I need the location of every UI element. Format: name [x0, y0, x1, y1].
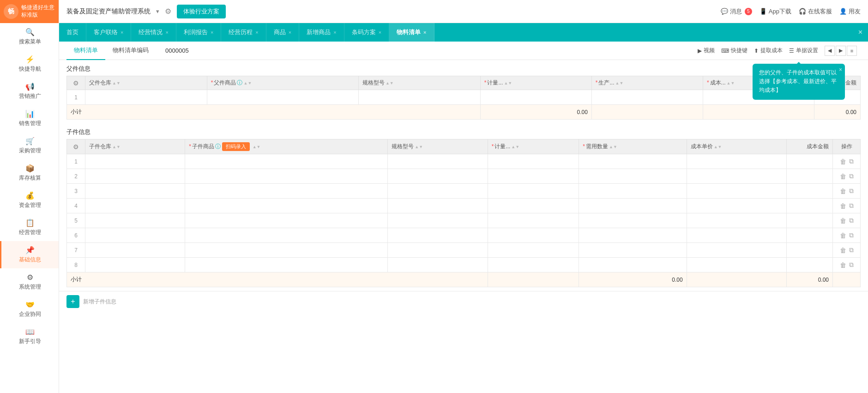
copy-icon-1[interactable]: ⧉	[849, 157, 854, 165]
copy-icon-7[interactable]: ⧉	[849, 246, 854, 254]
delete-icon-1[interactable]: 🗑	[840, 158, 846, 165]
tab-new-product[interactable]: 新增商品×	[299, 23, 344, 42]
child-cell-uprice-1[interactable]	[687, 154, 786, 169]
tab-product[interactable]: 商品×	[266, 23, 299, 42]
tooltip-close-button[interactable]: ×	[839, 66, 842, 74]
copy-icon-5[interactable]: ⧉	[849, 217, 854, 224]
delete-icon-6[interactable]: 🗑	[840, 232, 846, 239]
child-cell-spec-2[interactable]	[388, 169, 488, 184]
scan-input-button[interactable]: 扫码录入	[222, 142, 250, 151]
child-subtotal-qty: 0.00	[579, 272, 687, 287]
delete-icon-8[interactable]: 🗑	[840, 261, 846, 269]
delete-icon-2[interactable]: 🗑	[840, 173, 846, 180]
child-cell-product-1[interactable]	[185, 154, 388, 169]
tab-profit[interactable]: 利润报告×	[176, 23, 221, 42]
sidebar-item-operations[interactable]: 📋 经营管理	[0, 214, 59, 241]
dropdown-icon[interactable]: ▾	[156, 8, 159, 15]
copy-icon-6[interactable]: ⧉	[849, 231, 854, 239]
message-button[interactable]: 💬 消息 5	[721, 7, 752, 16]
sidebar-item-finance-label: 资金管理	[19, 201, 41, 209]
app-download-button[interactable]: 📱 App下载	[760, 7, 791, 16]
close-all-tabs[interactable]: ×	[853, 28, 868, 36]
inventory-icon: 📦	[25, 164, 35, 173]
sort-icon4: ▲▼	[504, 81, 512, 85]
sub-tab-bom-code[interactable]: 物料清单编码	[105, 42, 156, 60]
child-cell-qty-1[interactable]	[579, 154, 687, 169]
parent-cell-unit-1[interactable]	[480, 90, 591, 105]
child-cell-qty-2[interactable]	[579, 169, 687, 184]
child-cell-unit-2[interactable]	[488, 169, 579, 184]
tab-history-close[interactable]: ×	[255, 30, 258, 35]
info-icon: ⓘ	[237, 79, 242, 86]
tab-history[interactable]: 经营历程×	[221, 23, 266, 42]
gear-icon: ⚙	[73, 79, 79, 87]
sidebar-item-inventory[interactable]: 📦 库存核算	[0, 159, 59, 187]
tab-home[interactable]: 首页	[59, 23, 86, 42]
sidebar-item-cooperation[interactable]: 🤝 企业协同	[0, 296, 59, 323]
experience-button[interactable]: 体验行业方案	[177, 5, 226, 18]
child-col-settings[interactable]: ⚙	[67, 139, 85, 154]
info-icon-child: ⓘ	[215, 143, 221, 150]
child-cell-spec-1[interactable]	[388, 154, 488, 169]
tab-barcode[interactable]: 条码方案×	[344, 23, 389, 42]
nav-next-btn[interactable]: ▶	[836, 46, 846, 56]
app-download-label: App下载	[769, 7, 791, 16]
delete-icon-4[interactable]: 🗑	[840, 202, 846, 210]
delete-icon-3[interactable]: 🗑	[840, 187, 846, 195]
child-cell-unit-1[interactable]	[488, 154, 579, 169]
add-child-row-button[interactable]: +	[66, 295, 79, 308]
child-cell-warehouse-2[interactable]	[85, 169, 185, 184]
sort-c1: ▲▼	[112, 145, 121, 149]
sidebar-item-sales[interactable]: 📊 销售管理	[0, 105, 59, 132]
doc-settings-button[interactable]: ☰ 单据设置	[789, 47, 818, 54]
sidebar-item-shortcut[interactable]: ⚡ 快捷导航	[0, 50, 59, 78]
child-cell-product-2[interactable]	[185, 169, 388, 184]
child-cell-warehouse-1[interactable]	[85, 154, 185, 169]
sub-tab-bom-list[interactable]: 物料清单	[66, 42, 105, 60]
parent-cell-produce-1[interactable]	[591, 90, 703, 105]
tab-bom[interactable]: 物料清单×	[389, 23, 434, 42]
delete-icon-7[interactable]: 🗑	[840, 247, 846, 254]
sidebar-item-basic[interactable]: 📌 基础信息	[0, 241, 59, 268]
tab-barcode-close[interactable]: ×	[379, 30, 381, 35]
sidebar-item-marketing[interactable]: 📢 营销推广	[0, 78, 59, 105]
parent-cell-warehouse-1[interactable]	[85, 90, 207, 105]
shortcut-key-button[interactable]: ⌨ 快捷键	[721, 47, 747, 54]
sort-c6: ▲▼	[714, 145, 722, 149]
extract-cost-button[interactable]: ⬆ 提取成本	[754, 47, 783, 54]
settings-gear-icon[interactable]: ⚙	[165, 7, 171, 16]
sidebar-item-cooperation-label: 企业协同	[19, 310, 41, 318]
tab-profit-close[interactable]: ×	[211, 30, 213, 35]
tooltip-text: 您的父件、子件的成本取值可以选择【参考成本、最新进价、平均成本】	[759, 69, 837, 93]
copy-icon-3[interactable]: ⧉	[849, 187, 854, 195]
child-actions-5: 🗑⧉	[837, 217, 856, 224]
tab-product-close[interactable]: ×	[289, 30, 291, 35]
tab-bom-close[interactable]: ×	[423, 30, 426, 35]
sidebar-item-purchase[interactable]: 🛒 采购管理	[0, 132, 59, 159]
user-button[interactable]: 👤 用友	[839, 7, 861, 16]
sidebar-item-basic-label: 基础信息	[19, 256, 41, 264]
tab-customer[interactable]: 客户联络×	[86, 23, 131, 42]
parent-cell-product-1[interactable]	[207, 90, 358, 105]
tab-customer-close[interactable]: ×	[121, 30, 123, 35]
copy-icon-2[interactable]: ⧉	[849, 172, 854, 180]
nav-prev-btn[interactable]: ◀	[825, 46, 835, 56]
child-actions-1: 🗑⧉	[837, 157, 856, 165]
nav-list-btn[interactable]: ≡	[847, 46, 857, 56]
parent-col-settings[interactable]: ⚙	[67, 76, 85, 90]
parent-cell-spec-1[interactable]	[358, 90, 480, 105]
sidebar-item-finance[interactable]: 💰 资金管理	[0, 187, 59, 214]
sidebar-item-guide[interactable]: 📖 新手引导	[0, 323, 59, 350]
delete-icon-5[interactable]: 🗑	[840, 217, 846, 224]
sidebar-item-search[interactable]: 🔍 搜索菜单	[0, 23, 59, 50]
copy-icon-4[interactable]: ⧉	[849, 202, 854, 210]
tab-new-product-close[interactable]: ×	[333, 30, 336, 35]
child-cell-uprice-2[interactable]	[687, 169, 786, 184]
child-subtotal-label: 小计	[67, 272, 488, 287]
sidebar-item-system[interactable]: ⚙ 系统管理	[0, 268, 59, 296]
tab-operations-close[interactable]: ×	[165, 30, 168, 35]
copy-icon-8[interactable]: ⧉	[849, 261, 854, 269]
tab-operations[interactable]: 经营情况×	[131, 23, 176, 42]
online-service-button[interactable]: 🎧 在线客服	[799, 7, 832, 16]
video-button[interactable]: ▶ 视频	[698, 47, 715, 54]
